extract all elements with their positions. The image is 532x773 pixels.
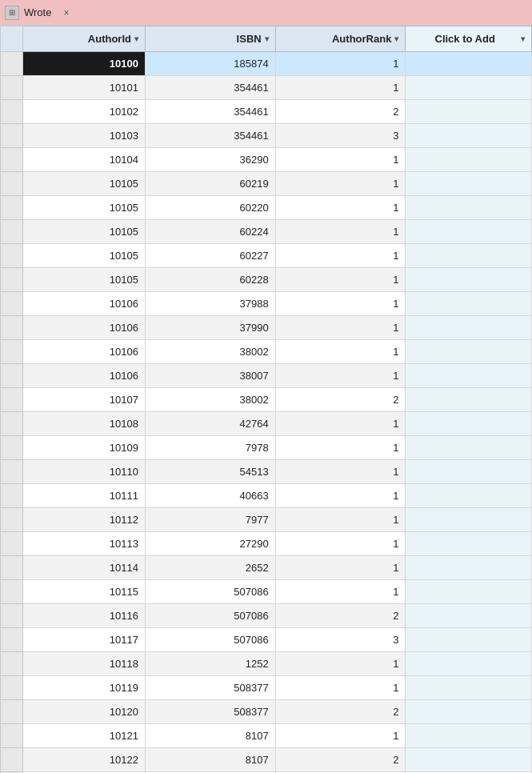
cell-authorid[interactable]: 10122 (23, 748, 146, 772)
cell-authorid[interactable]: 10100 (23, 52, 146, 76)
cell-authorrank[interactable]: 1 (275, 412, 406, 436)
cell-authorrank[interactable]: 1 (275, 556, 406, 580)
cell-authorid[interactable]: 10105 (23, 268, 146, 292)
cell-authorid[interactable]: 10109 (23, 436, 146, 460)
cell-authorrank[interactable]: 1 (275, 484, 406, 508)
cell-authorrank[interactable]: 3 (275, 628, 406, 652)
cell-authorrank[interactable]: 1 (275, 244, 406, 268)
cell-authorrank[interactable]: 1 (275, 268, 406, 292)
cell-authorrank[interactable]: 1 (275, 652, 406, 676)
cell-isbn[interactable]: 8107 (145, 724, 275, 748)
cell-isbn[interactable]: 60228 (145, 268, 275, 292)
sort-arrow-authorid: ▾ (134, 34, 138, 43)
cell-isbn[interactable]: 507086 (145, 604, 275, 628)
cell-authorrank[interactable]: 1 (275, 220, 406, 244)
cell-authorrank[interactable]: 2 (275, 748, 406, 772)
cell-authorrank[interactable]: 1 (275, 316, 406, 340)
header-authorid[interactable]: AuthorId ▾ (23, 26, 146, 52)
cell-isbn[interactable]: 38007 (145, 364, 275, 388)
cell-isbn[interactable]: 36290 (145, 148, 275, 172)
cell-authorid[interactable]: 10105 (23, 172, 146, 196)
cell-isbn[interactable]: 60227 (145, 244, 275, 268)
cell-authorid[interactable]: 10116 (23, 604, 146, 628)
cell-clicktoadd (406, 580, 532, 604)
cell-authorid[interactable]: 10103 (23, 124, 146, 148)
cell-authorrank[interactable]: 1 (275, 364, 406, 388)
cell-isbn[interactable]: 8107 (145, 748, 275, 772)
cell-authorid[interactable]: 10120 (23, 700, 146, 724)
header-clicktoadd[interactable]: Click to Add ▾ (406, 26, 532, 52)
cell-authorrank[interactable]: 3 (275, 124, 406, 148)
cell-authorrank[interactable]: 2 (275, 700, 406, 724)
cell-isbn[interactable]: 37990 (145, 316, 275, 340)
cell-authorid[interactable]: 10110 (23, 460, 146, 484)
cell-isbn[interactable]: 54513 (145, 460, 275, 484)
cell-isbn[interactable]: 507086 (145, 580, 275, 604)
cell-authorid[interactable]: 10121 (23, 724, 146, 748)
cell-authorid[interactable]: 10117 (23, 628, 146, 652)
cell-isbn[interactable]: 7977 (145, 508, 275, 532)
cell-authorrank[interactable]: 1 (275, 532, 406, 556)
cell-authorrank[interactable]: 1 (275, 52, 406, 76)
header-isbn[interactable]: ISBN ▾ (145, 26, 275, 52)
cell-rownum (1, 364, 23, 388)
cell-authorid[interactable]: 10106 (23, 364, 146, 388)
cell-isbn[interactable]: 185874 (145, 52, 275, 76)
cell-clicktoadd (406, 436, 532, 460)
cell-authorid[interactable]: 10114 (23, 556, 146, 580)
cell-isbn[interactable]: 508377 (145, 676, 275, 700)
cell-isbn[interactable]: 354461 (145, 100, 275, 124)
cell-rownum (1, 244, 23, 268)
cell-authorid[interactable]: 10115 (23, 580, 146, 604)
cell-isbn[interactable]: 1252 (145, 652, 275, 676)
cell-authorid[interactable]: 10106 (23, 292, 146, 316)
close-button[interactable]: × (59, 6, 73, 20)
cell-authorid[interactable]: 10105 (23, 220, 146, 244)
cell-authorrank[interactable]: 1 (275, 436, 406, 460)
cell-authorid[interactable]: 10105 (23, 196, 146, 220)
cell-isbn[interactable]: 27290 (145, 532, 275, 556)
cell-authorid[interactable]: 10112 (23, 508, 146, 532)
cell-isbn[interactable]: 60220 (145, 196, 275, 220)
cell-authorid[interactable]: 10107 (23, 388, 146, 412)
cell-authorrank[interactable]: 2 (275, 100, 406, 124)
cell-isbn[interactable]: 38002 (145, 340, 275, 364)
cell-isbn[interactable]: 354461 (145, 124, 275, 148)
cell-isbn[interactable]: 2652 (145, 556, 275, 580)
cell-authorrank[interactable]: 1 (275, 676, 406, 700)
cell-authorid[interactable]: 10118 (23, 652, 146, 676)
cell-authorrank[interactable]: 1 (275, 724, 406, 748)
cell-isbn[interactable]: 38002 (145, 388, 275, 412)
cell-authorid[interactable]: 10105 (23, 244, 146, 268)
cell-authorrank[interactable]: 1 (275, 460, 406, 484)
cell-isbn[interactable]: 42764 (145, 412, 275, 436)
cell-authorrank[interactable]: 1 (275, 196, 406, 220)
cell-authorid[interactable]: 10113 (23, 532, 146, 556)
cell-isbn[interactable]: 37988 (145, 292, 275, 316)
cell-isbn[interactable]: 40663 (145, 484, 275, 508)
cell-authorid[interactable]: 10119 (23, 676, 146, 700)
cell-isbn[interactable]: 7978 (145, 436, 275, 460)
cell-authorid[interactable]: 10101 (23, 76, 146, 100)
cell-authorrank[interactable]: 1 (275, 76, 406, 100)
cell-authorrank[interactable]: 1 (275, 580, 406, 604)
cell-authorid[interactable]: 10111 (23, 484, 146, 508)
cell-authorrank[interactable]: 1 (275, 148, 406, 172)
cell-isbn[interactable]: 507086 (145, 628, 275, 652)
cell-isbn[interactable]: 60224 (145, 220, 275, 244)
cell-authorrank[interactable]: 1 (275, 340, 406, 364)
cell-authorid[interactable]: 10108 (23, 412, 146, 436)
cell-authorid[interactable]: 10106 (23, 316, 146, 340)
cell-authorid[interactable]: 10102 (23, 100, 146, 124)
cell-authorrank[interactable]: 2 (275, 388, 406, 412)
cell-isbn[interactable]: 508377 (145, 700, 275, 724)
cell-authorrank[interactable]: 1 (275, 292, 406, 316)
cell-isbn[interactable]: 354461 (145, 76, 275, 100)
cell-authorid[interactable]: 10106 (23, 340, 146, 364)
cell-authorrank[interactable]: 1 (275, 172, 406, 196)
cell-authorrank[interactable]: 1 (275, 508, 406, 532)
header-authorrank[interactable]: AuthorRank ▾ (275, 26, 406, 52)
cell-authorrank[interactable]: 2 (275, 604, 406, 628)
cell-isbn[interactable]: 60219 (145, 172, 275, 196)
cell-authorid[interactable]: 10104 (23, 148, 146, 172)
